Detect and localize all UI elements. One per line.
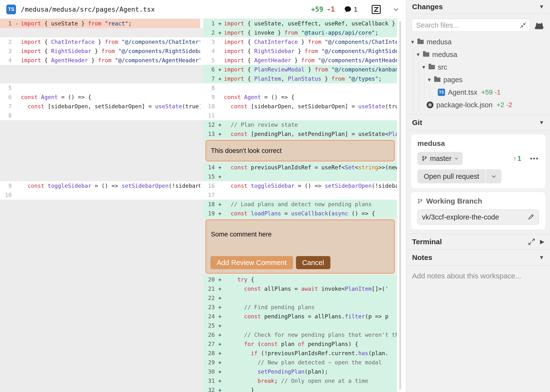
pane-divider xyxy=(200,358,203,367)
diff-marker: + xyxy=(216,20,224,27)
git-collapse-triangle-icon[interactable]: ▼ xyxy=(539,119,544,126)
diff-line: 3import { ChatInterface } from "@/compon… xyxy=(203,37,397,47)
line-number: 18 xyxy=(203,201,216,207)
diff-row: 22+ xyxy=(0,293,397,303)
diff-marker: + xyxy=(216,210,224,217)
indent-guide xyxy=(430,86,430,99)
line-number: 5 xyxy=(0,85,13,91)
diff-line: 4import { RightSidebar } from "@/compone… xyxy=(203,47,397,56)
tree-item-label: pages xyxy=(443,76,462,84)
diff-marker: + xyxy=(216,332,224,338)
tree-file-package-lock.json[interactable]: package-lock.json+2-2 xyxy=(406,99,550,111)
terminal-section-header[interactable]: Terminal ▶ xyxy=(406,234,550,250)
branch-selector[interactable]: master xyxy=(417,152,463,165)
diff-filler xyxy=(0,172,200,181)
tree-caret-icon[interactable]: ▾ xyxy=(411,39,417,45)
indent-guide xyxy=(419,61,419,73)
diff-scrollbar[interactable] xyxy=(397,19,406,392)
tree-file-Agent.tsx[interactable]: TSAgent.tsx+59-1 xyxy=(406,86,550,99)
tree-caret-icon[interactable]: ▾ xyxy=(422,64,429,71)
diff-line: 18+ // Load plans and detect new pending… xyxy=(203,200,397,209)
pane-divider xyxy=(200,56,203,65)
diff-marker: + xyxy=(216,359,224,366)
line-number: 9 xyxy=(0,183,13,189)
code-text: import { RightSidebar } from "@/componen… xyxy=(21,48,200,54)
diff-row: 23+ // Find pending plans xyxy=(0,303,397,312)
tree-caret-icon[interactable]: ▾ xyxy=(417,51,423,58)
collapse-file-chevron-icon[interactable] xyxy=(392,6,400,13)
diff-row: 7+import { PlanItem, PlanStatus } from "… xyxy=(0,74,397,83)
working-branch-value: vk/3ccf-explore-the-code xyxy=(422,213,527,221)
diff-marker: + xyxy=(216,173,224,180)
comments-indicator[interactable]: 1 xyxy=(344,6,358,13)
add-review-comment-button[interactable]: Add Review Comment xyxy=(210,256,293,269)
chevron-down-icon xyxy=(491,174,496,179)
search-box[interactable] xyxy=(412,19,530,32)
diff-marker: + xyxy=(216,295,224,301)
notes-collapse-triangle-icon[interactable]: ▼ xyxy=(539,254,544,261)
diff-row: 2import { ChatInterface } from "@/compon… xyxy=(0,37,397,47)
git-more-menu[interactable]: ••• xyxy=(530,155,539,162)
indent-guide xyxy=(419,86,419,99)
expand-icon[interactable] xyxy=(528,239,535,245)
line-number: 8 xyxy=(0,112,13,119)
review-comment-box[interactable]: This doesn't look correct xyxy=(206,140,395,161)
line-number: 7 xyxy=(0,103,13,110)
diff-line: 1+import { useState, useEffect, useRef, … xyxy=(203,19,397,28)
diff-marker: - xyxy=(13,20,21,27)
tree-folder-src[interactable]: ▾src xyxy=(406,61,550,73)
diff-row: 20+ try { xyxy=(0,275,397,284)
scrollbar-thumb[interactable] xyxy=(399,21,401,390)
diff-marker: + xyxy=(216,122,224,128)
edit-pencil-icon[interactable] xyxy=(527,214,534,220)
code-text: const Agent = () => { xyxy=(224,94,397,100)
changes-collapse-triangle-icon[interactable]: ▼ xyxy=(539,4,544,10)
open-pull-request-button[interactable]: Open pull request xyxy=(417,169,486,183)
line-number: 4 xyxy=(0,57,13,63)
indent-guide xyxy=(419,99,419,111)
pane-divider xyxy=(200,385,203,392)
git-section-header[interactable]: Git ▼ xyxy=(406,115,550,131)
diff-tool-logo-icon[interactable] xyxy=(371,4,382,15)
indent-guide xyxy=(424,86,424,99)
indent-guide xyxy=(413,48,413,61)
changes-section-header[interactable]: Changes ▼ xyxy=(406,0,550,14)
github-cat-icon[interactable] xyxy=(534,20,545,31)
diff-filler xyxy=(0,65,200,74)
diff-line: 5 xyxy=(0,83,200,93)
file-deletions: -1 xyxy=(494,88,501,96)
push-ahead-indicator[interactable]: ↑ 1 xyxy=(513,155,521,163)
diff-line: 29+ // New plan detected — open the moda… xyxy=(203,358,397,367)
cancel-button[interactable]: Cancel xyxy=(296,256,330,269)
notes-title: Notes xyxy=(412,253,432,262)
pane-divider xyxy=(200,200,203,209)
tree-folder-medusa[interactable]: ▾medusa xyxy=(406,48,550,61)
line-number: 3 xyxy=(203,39,216,45)
tree-folder-pages[interactable]: ▾pages xyxy=(406,73,550,86)
tree-caret-icon[interactable]: ▾ xyxy=(428,76,434,83)
diff-row: 12+ // Plan review state xyxy=(0,120,397,129)
line-number: 16 xyxy=(203,183,216,189)
pane-divider xyxy=(200,367,203,376)
diff-filler xyxy=(0,367,200,376)
diff-filler xyxy=(0,209,200,218)
code-text: const previousPlanIdsRef = useRef<Set<st… xyxy=(224,164,397,171)
pull-request-dropdown-button[interactable] xyxy=(486,169,502,183)
terminal-expand-triangle-icon[interactable]: ▶ xyxy=(540,239,544,245)
working-branch-title: Working Branch xyxy=(426,197,482,205)
tree-folder-medusa[interactable]: ▾medusa xyxy=(406,36,550,48)
git-repo-card: medusa master ↑ 1 ••• Open pull request xyxy=(411,134,545,188)
diff-line: 8 xyxy=(0,111,200,120)
diff-row: 1017 xyxy=(0,190,397,200)
tree-item-label: src xyxy=(438,63,447,71)
diff-filler xyxy=(0,284,200,293)
working-branch-field[interactable]: vk/3ccf-explore-the-code xyxy=(417,210,539,225)
line-number: 12 xyxy=(203,122,216,128)
search-files-input[interactable] xyxy=(416,21,520,30)
review-comment-box[interactable]: Some comment hereAdd Review CommentCance… xyxy=(206,220,395,274)
diff-row: 6+import { PlanReviewModal } from "@/com… xyxy=(0,65,397,74)
notes-placeholder[interactable]: Add notes about this workspace... xyxy=(406,266,550,286)
diff-line: 12+ // Plan review state xyxy=(203,120,397,129)
collapse-tree-icon[interactable] xyxy=(520,22,526,28)
notes-section-header[interactable]: Notes ▼ xyxy=(406,250,550,266)
